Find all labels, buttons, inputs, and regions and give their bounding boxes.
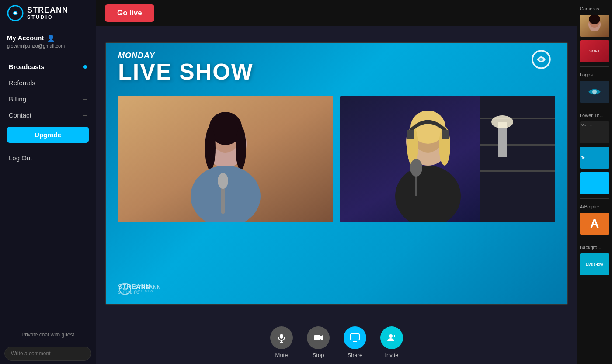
share-button[interactable]: Share (344, 326, 366, 358)
logos-label: Logos (577, 69, 612, 79)
svg-rect-17 (480, 170, 555, 172)
lower-third-b-label: T▸ (581, 156, 585, 159)
broadcast-canvas: MONDAY LIVE SHOW (105, 42, 568, 305)
account-email: giovannipunzo@gmail.com (7, 43, 89, 49)
share-icon (344, 326, 366, 349)
lower-third-bg[interactable]: Your te... (580, 121, 609, 143)
svg-point-19 (491, 115, 513, 128)
lower-third-b[interactable]: T▸ (580, 147, 609, 169)
svg-marker-36 (320, 335, 323, 340)
comment-input[interactable] (4, 347, 91, 361)
svg-rect-15 (480, 118, 555, 119)
canvas-logo (524, 50, 559, 76)
svg-point-12 (218, 173, 228, 189)
live-show-title: MONDAY LIVE SHOW (118, 51, 254, 83)
contact-indicator (83, 115, 87, 116)
camera-icon (313, 333, 323, 343)
person1-visual (118, 96, 333, 222)
logo-thumb-1[interactable] (580, 81, 609, 103)
sidebar: STREANN STUDIO My Account 👤 giovannipunz… (0, 0, 96, 364)
sidebar-nav: Broadcasts Referrals Billing Contact Upg… (0, 53, 96, 326)
mute-button[interactable]: Mute (270, 326, 293, 358)
svg-point-9 (236, 126, 246, 170)
user-icon: 👤 (47, 35, 55, 42)
svg-point-40 (389, 334, 393, 338)
camera-thumb-2[interactable]: SOFT (580, 40, 609, 62)
mute-icon (270, 326, 293, 349)
svg-rect-26 (442, 130, 449, 139)
canvas-bottom-logo-row: STREANN STUDIO (118, 282, 161, 296)
invite-icon (380, 326, 403, 349)
video-feed-1 (118, 96, 333, 222)
account-name: My Account (7, 34, 44, 42)
svg-rect-16 (480, 144, 555, 146)
streann-logo-icon (7, 5, 24, 21)
divider-2 (580, 107, 609, 107)
svg-rect-35 (314, 335, 320, 340)
background-thumb[interactable]: LIVE SHOW (580, 253, 609, 275)
invite-button[interactable]: Invite (380, 326, 403, 358)
svg-point-46 (589, 15, 600, 24)
background-preview: LIVE SHOW (580, 253, 609, 275)
svg-point-3 (539, 58, 543, 61)
logout-label: Log Out (9, 154, 32, 162)
svg-rect-14 (480, 96, 555, 222)
ab-option-a[interactable]: A (580, 213, 609, 235)
lower-third-text: Your te... (580, 121, 609, 129)
go-live-button[interactable]: Go live (105, 4, 154, 22)
sidebar-item-contact[interactable]: Contact (0, 107, 96, 123)
controls-bar: Mute Stop Share (96, 320, 577, 364)
camera2-label: SOFT (589, 49, 600, 53)
stop-button[interactable]: Stop (307, 326, 330, 358)
sidebar-logo: STREANN STUDIO (0, 0, 96, 26)
logout-item[interactable]: Log Out (0, 150, 96, 166)
svg-point-48 (592, 90, 597, 94)
sidebar-item-referrals[interactable]: Referrals (0, 75, 96, 91)
logo-text: STREANN STUDIO (27, 6, 68, 20)
logo-studio: STUDIO (27, 14, 68, 20)
person2-visual (340, 96, 555, 222)
canvas-logo-svg (524, 50, 559, 74)
video-feed-2 (340, 96, 555, 222)
canvas-bottom-studio-text: STUDIO (135, 290, 161, 293)
billing-label: Billing (9, 95, 26, 103)
monitor-icon (350, 333, 360, 343)
camera1-preview (580, 15, 609, 37)
logo-streann: STREANN (27, 6, 68, 15)
share-label: Share (348, 352, 363, 358)
lower-thirds-label: Lower Th... (577, 110, 612, 120)
canvas-overlay: MONDAY LIVE SHOW (106, 43, 567, 304)
cameras-label: Cameras (577, 3, 612, 13)
ab-options-label: A/B optic... (577, 201, 612, 211)
top-bar: Go live (96, 0, 577, 26)
right-panel: Cameras SOFT Logos Lower Th.. (577, 0, 612, 364)
sidebar-item-broadcasts[interactable]: Broadcasts (0, 59, 96, 75)
background-label: Backgro... (577, 242, 612, 252)
canvas-bottom-text: STREANN STUDIO (135, 284, 161, 293)
referrals-indicator (83, 83, 87, 83)
broadcasts-indicator (83, 65, 87, 69)
svg-rect-25 (407, 130, 414, 139)
sidebar-account: My Account 👤 giovannipunzo@gmail.com (0, 26, 96, 53)
upgrade-button[interactable]: Upgrade (7, 127, 89, 143)
invite-label: Invite (385, 352, 398, 358)
svg-point-8 (205, 126, 216, 170)
live-show-heading: LIVE SHOW (118, 60, 254, 83)
lower-third-c[interactable] (580, 172, 609, 194)
logo1-preview (580, 81, 609, 103)
stop-label: Stop (313, 352, 324, 358)
divider-1 (580, 66, 609, 67)
canvas-bottom-logo-icon (118, 282, 132, 296)
svg-point-31 (124, 288, 126, 290)
contact-label: Contact (9, 111, 31, 119)
svg-rect-37 (351, 334, 359, 340)
mute-label: Mute (275, 352, 288, 358)
camera-thumb-1[interactable] (580, 15, 609, 37)
svg-point-1 (14, 12, 17, 14)
microphone-icon (276, 333, 287, 343)
lower-third-b-preview: T▸ (580, 147, 609, 169)
background-text: LIVE SHOW (586, 263, 603, 266)
referrals-label: Referrals (9, 79, 35, 87)
sidebar-item-billing[interactable]: Billing (0, 91, 96, 107)
broadcasts-label: Broadcasts (9, 63, 45, 70)
